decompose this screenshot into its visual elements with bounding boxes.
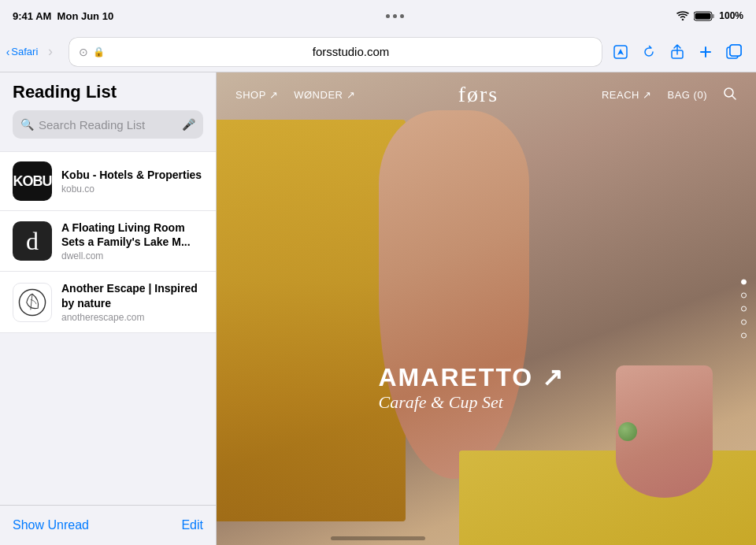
share-button[interactable]: [665, 39, 690, 65]
search-nav-icon: [723, 87, 737, 101]
item-url: dwell.com: [61, 250, 203, 261]
leaf-icon: [18, 288, 46, 317]
sidebar-title: Reading List: [13, 82, 203, 102]
show-unread-button[interactable]: Show Unread: [13, 518, 89, 532]
svg-rect-1: [713, 14, 715, 18]
content-area: Reading List 🔍 Search Reading List 🎤 KOB…: [0, 72, 756, 545]
list-item[interactable]: Another Escape | Inspired by nature anot…: [0, 272, 216, 332]
list-item[interactable]: KOBU Kobu - Hotels & Properties kobu.co: [0, 151, 216, 211]
lock-icon: 🔒: [93, 46, 105, 57]
refresh-button[interactable]: [636, 39, 662, 65]
back-button[interactable]: ‹ Safari: [9, 39, 35, 65]
airdrop-button[interactable]: [608, 39, 633, 65]
sidebar-header: Reading List 🔍 Search Reading List 🎤: [0, 72, 216, 145]
web-content: SHOP ↗ WØNDER ↗ førs REACH ↗ BAG (0): [217, 72, 756, 545]
refresh-icon: [642, 45, 656, 59]
dot1: [386, 14, 390, 18]
vase-decoration: [379, 110, 530, 479]
edit-button[interactable]: Edit: [181, 518, 203, 532]
add-icon: [699, 45, 713, 59]
sidebar-footer: Show Unread Edit: [0, 505, 216, 545]
item-title: Another Escape | Inspired by nature: [61, 281, 203, 310]
nav-left: SHOP ↗ WØNDER ↗: [235, 89, 355, 101]
scroll-dot-1: [741, 280, 747, 285]
toolbar-actions: [608, 39, 747, 65]
add-button[interactable]: [693, 39, 718, 65]
status-time: 9:41 AM Mon Jun 10: [13, 10, 113, 22]
hero-title: AMARETTO ↗: [379, 362, 565, 392]
hero-text-block: AMARETTO ↗ Carafe & Cup Set: [379, 362, 565, 413]
item-content: A Floating Living Room Sets a Family's L…: [61, 221, 203, 261]
wonder-nav-item[interactable]: WØNDER ↗: [294, 89, 355, 101]
svg-point-10: [724, 88, 733, 97]
item-url: anotherescape.com: [61, 312, 203, 323]
hero-subtitle: Carafe & Cup Set: [379, 392, 565, 413]
scroll-dot-2: [741, 293, 747, 298]
site-icon: ⊙: [79, 46, 88, 58]
address-bar[interactable]: ⊙ 🔒 forsstudio.com: [69, 38, 602, 66]
fors-navigation: SHOP ↗ WØNDER ↗ førs REACH ↗ BAG (0): [217, 72, 756, 117]
scroll-dot-3: [741, 306, 747, 312]
wifi-icon: [676, 11, 689, 20]
fors-logo[interactable]: førs: [355, 82, 602, 107]
status-bar: 9:41 AM Mon Jun 10 100%: [0, 0, 756, 32]
main-container: ‹ Safari › ⊙ 🔒 forsstudio.com: [0, 32, 756, 545]
home-indicator: [331, 536, 425, 540]
item-title: Kobu - Hotels & Properties: [61, 168, 203, 182]
reading-list: KOBU Kobu - Hotels & Properties kobu.co …: [0, 145, 216, 505]
nav-right: REACH ↗ BAG (0): [602, 87, 737, 103]
svg-rect-7: [730, 45, 741, 56]
safari-back-label[interactable]: Safari: [11, 46, 38, 57]
status-right: 100%: [676, 10, 743, 21]
search-nav-button[interactable]: [723, 87, 737, 103]
battery-percent: 100%: [719, 10, 743, 21]
list-item[interactable]: d A Floating Living Room Sets a Family's…: [0, 211, 216, 272]
svg-point-9: [19, 289, 45, 315]
share-icon: [670, 44, 684, 60]
svg-rect-2: [695, 13, 711, 19]
web-view[interactable]: SHOP ↗ WØNDER ↗ førs REACH ↗ BAG (0): [217, 72, 756, 545]
item-title: A Floating Living Room Sets a Family's L…: [61, 221, 203, 249]
battery-icon: [694, 11, 714, 21]
sidebar: Reading List 🔍 Search Reading List 🎤 KOB…: [0, 72, 217, 545]
scroll-dot-5: [741, 333, 747, 339]
browser-toolbar: ‹ Safari › ⊙ 🔒 forsstudio.com: [0, 32, 756, 72]
tabs-button[interactable]: [721, 39, 747, 65]
item-url: kobu.co: [61, 184, 203, 195]
forward-button[interactable]: ›: [38, 39, 63, 65]
favicon-kobu: KOBU: [13, 161, 52, 201]
favicon-anotherescape: [13, 283, 52, 322]
tabs-icon: [726, 44, 742, 60]
shop-nav-item[interactable]: SHOP ↗: [235, 89, 278, 101]
bag-nav-item[interactable]: BAG (0): [668, 89, 707, 101]
item-content: Kobu - Hotels & Properties kobu.co: [61, 168, 203, 195]
airdrop-icon: [613, 44, 628, 60]
microphone-icon[interactable]: 🎤: [182, 118, 195, 131]
reach-nav-item[interactable]: REACH ↗: [602, 89, 652, 101]
favicon-dwell: d: [13, 221, 52, 261]
search-placeholder: Search Reading List: [39, 118, 177, 132]
dot3: [400, 14, 404, 18]
nav-buttons: ‹ Safari ›: [9, 39, 63, 65]
scroll-indicator: [741, 280, 747, 339]
search-icon: 🔍: [20, 118, 34, 131]
dot2: [393, 14, 397, 18]
status-center: [386, 14, 404, 18]
scroll-dot-4: [741, 320, 747, 325]
item-content: Another Escape | Inspired by nature anot…: [61, 281, 203, 322]
bottle-decoration: [217, 120, 406, 521]
search-bar[interactable]: 🔍 Search Reading List 🎤: [13, 110, 203, 139]
address-text[interactable]: forsstudio.com: [109, 45, 592, 58]
